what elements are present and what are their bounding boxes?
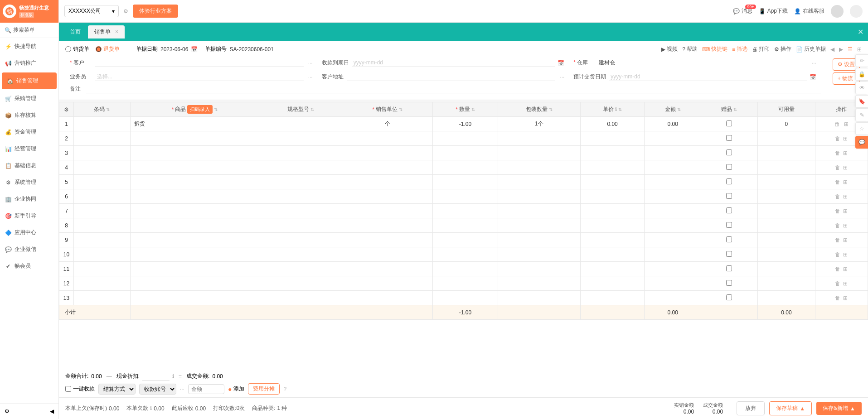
salesperson-input[interactable] — [95, 72, 304, 81]
expected-date-calendar-icon[interactable]: 📅 — [810, 74, 816, 80]
filter-btn[interactable]: ≡ 筛选 — [732, 45, 747, 53]
shortcut-btn[interactable]: ⌨ 快捷键 — [702, 45, 727, 53]
notes-input[interactable] — [86, 85, 821, 93]
grid-view-icon[interactable]: ⊞ — [857, 46, 862, 53]
save-draft-button[interactable]: 保存草稿 ▲ — [769, 401, 812, 415]
scan-button[interactable]: 扫码录入 — [187, 105, 213, 114]
tab-home[interactable]: 首页 — [63, 25, 87, 39]
pkg-qty-sort-icon[interactable]: ⇅ — [549, 107, 553, 112]
next-icon[interactable]: ▶ — [839, 46, 843, 53]
tab-close-icon[interactable]: × — [115, 29, 118, 35]
print-btn[interactable]: 🖨 打印 — [752, 45, 770, 53]
tab-sales[interactable]: 销售单 × — [88, 25, 125, 39]
delete-icon[interactable]: 🗑 — [835, 208, 840, 214]
page-close-icon[interactable]: ✕ — [858, 28, 863, 36]
sidebar-item-sales[interactable]: 🏠 销售管理 — [2, 72, 57, 89]
avatar[interactable] — [831, 5, 844, 18]
sidebar-item-wechat[interactable]: 💬 企业微信 — [0, 241, 58, 258]
salesperson-more-icon[interactable]: ··· — [308, 74, 313, 80]
copy-icon[interactable]: ⊞ — [843, 208, 848, 214]
copy-icon[interactable]: ⊞ — [843, 164, 848, 171]
sidebar-item-appstore[interactable]: 🔷 应用中心 — [0, 224, 58, 241]
sales-order-radio[interactable]: 销货单 — [65, 45, 89, 53]
pay-checkbox[interactable]: 一键收款 — [65, 385, 95, 393]
amount-sort-icon[interactable]: ⇅ — [677, 107, 681, 112]
sidebar-item-member[interactable]: ✔ 畅会员 — [0, 258, 58, 275]
pay-checkbox-input[interactable] — [65, 386, 71, 392]
abandon-button[interactable]: 放弃 — [737, 401, 765, 415]
discount-input[interactable] — [142, 372, 170, 380]
spec-sort-icon[interactable]: ⇅ — [310, 107, 314, 112]
history-btn[interactable]: 📄 历史单据 — [796, 45, 826, 53]
gift-sort-icon[interactable]: ⇅ — [733, 107, 737, 112]
sidebar-item-inventory[interactable]: 📦 库存核算 — [0, 107, 58, 124]
prev-icon[interactable]: ◀ — [830, 46, 834, 53]
row-unit-1[interactable]: 个 — [342, 117, 433, 131]
delete-icon[interactable]: 🗑 — [835, 135, 840, 142]
row-gift-1[interactable] — [701, 117, 758, 131]
app-download-btn[interactable]: 📱 App下载 — [759, 7, 788, 15]
message-btn[interactable]: 💬 消息 99+ — [733, 7, 752, 15]
row-barcode-1[interactable] — [74, 117, 131, 131]
delete-icon[interactable]: 🗑 — [835, 280, 840, 287]
copy-icon[interactable]: ⊞ — [843, 135, 848, 142]
customer-addr-input[interactable] — [347, 72, 556, 81]
float-item-7[interactable]: 💬 — [855, 136, 868, 149]
delete-icon[interactable]: 🗑 — [835, 164, 840, 171]
collapse-icon[interactable]: ◀ — [50, 408, 54, 414]
float-item-2[interactable]: 🔒 — [855, 68, 868, 81]
trial-button[interactable]: 体验行业方案 — [133, 5, 178, 18]
float-item-5[interactable]: ✎ — [855, 109, 868, 121]
expected-date-input[interactable] — [609, 72, 807, 81]
due-date-input[interactable] — [352, 58, 555, 67]
video-btn[interactable]: ▶ 视频 — [661, 45, 678, 53]
copy-icon[interactable]: ⊞ — [843, 280, 848, 287]
float-item-4[interactable]: 🔖 — [855, 95, 868, 108]
company-select[interactable]: XXXXXX公司 ▾ — [64, 5, 119, 17]
column-settings-icon[interactable]: ⚙ — [64, 106, 69, 113]
sidebar-item-system[interactable]: ⚙ 系统管理 — [0, 174, 58, 191]
customer-more-icon[interactable]: ··· — [308, 60, 313, 66]
sidebar-item-marketing[interactable]: 📢 营销推广 — [0, 55, 58, 72]
delete-icon[interactable]: 🗑 — [835, 251, 840, 258]
copy-icon[interactable]: ⊞ — [843, 295, 848, 301]
barcode-sort-icon[interactable]: ⇅ — [106, 107, 110, 112]
warehouse-more-icon[interactable]: ··· — [812, 60, 816, 66]
amount-input[interactable] — [188, 384, 224, 394]
sidebar-item-basic[interactable]: 📋 基础信息 — [0, 157, 58, 174]
sidebar-item-guide[interactable]: 🎯 新手引导 — [0, 207, 58, 224]
copy-icon[interactable]: ⊞ — [843, 237, 848, 243]
save-new-button[interactable]: 保存&新增 ▲ — [816, 402, 862, 415]
return-order-radio[interactable]: 退货单 — [96, 45, 120, 53]
copy-icon[interactable]: ⊞ — [843, 251, 848, 258]
sidebar-item-quick-nav[interactable]: ⚡ 快捷导航 — [0, 38, 58, 55]
account-select[interactable]: 收款账号 — [139, 384, 176, 395]
row-price-1[interactable]: 0.00 — [580, 117, 645, 131]
delete-icon[interactable]: 🗑 — [835, 222, 840, 229]
copy-icon[interactable]: ⊞ — [843, 179, 848, 185]
delete-icon[interactable]: 🗑 — [835, 266, 840, 272]
settle-method-select[interactable]: 结算方式 — [98, 384, 136, 395]
account-more-icon[interactable]: ··· — [180, 386, 184, 392]
delete-icon[interactable]: 🗑 — [835, 179, 840, 185]
action-btn[interactable]: ⚙ 操作 — [774, 45, 791, 53]
row-qty-1[interactable]: -1.00 — [433, 117, 498, 131]
fee-button[interactable]: 费用分摊 — [248, 383, 280, 395]
float-item-1[interactable]: ✏ — [855, 54, 868, 67]
qty-sort-icon[interactable]: ⇅ — [471, 107, 475, 112]
float-item-3[interactable]: 👁 — [855, 82, 868, 94]
sidebar-item-enterprise[interactable]: 🏢 企业协同 — [0, 191, 58, 207]
sidebar-item-finance[interactable]: 💰 资金管理 — [0, 124, 58, 140]
date-calendar-icon[interactable]: 📅 — [191, 46, 198, 53]
balance-info-icon[interactable]: ℹ — [150, 405, 152, 411]
delete-icon-1[interactable]: 🗑 — [834, 121, 840, 127]
customer-addr-more-icon[interactable]: ··· — [560, 74, 564, 80]
list-view-icon[interactable]: ☰ — [848, 46, 853, 53]
delete-icon[interactable]: 🗑 — [835, 237, 840, 243]
row-product-1[interactable]: 拆货 — [130, 117, 259, 131]
search-menu[interactable]: 🔍 搜索菜单 — [0, 23, 58, 38]
product-sort-icon[interactable]: ⇅ — [214, 107, 218, 112]
copy-icon-1[interactable]: ⊞ — [844, 121, 849, 127]
discount-info-icon[interactable]: ℹ — [172, 373, 174, 379]
delete-icon[interactable]: 🗑 — [835, 295, 840, 301]
